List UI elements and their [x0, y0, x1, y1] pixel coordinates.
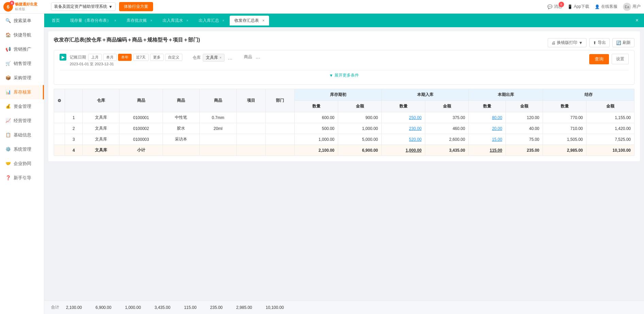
subtotal-label: 小计	[119, 145, 163, 156]
tab-stock-dist[interactable]: 现存量（库存分布表） ×	[65, 16, 121, 26]
row-warehouse: 文具库	[83, 112, 119, 123]
sidebar-item-purchase[interactable]: 📦 采购管理	[0, 71, 44, 85]
user-item[interactable]: Ea 用户	[623, 3, 641, 11]
try-industry-button[interactable]: 体验行业方案	[119, 2, 153, 11]
date-last-7-days[interactable]: 近7天	[133, 54, 149, 61]
row-opening-amount: 1,000.00	[338, 123, 382, 134]
row-department	[265, 123, 294, 134]
row-balance-qty: 770.00	[543, 112, 587, 123]
online-service-item[interactable]: 👤 在线客服	[595, 4, 617, 10]
page-card: 收发存汇总表(按仓库＋商品编码＋商品＋规格型号＋项目＋部门) 🖨 换镜版打印 ▼…	[48, 31, 640, 161]
table-row: 1 文具库 0100001 中性笔 0.7mm 600.00 900.00 25…	[54, 112, 634, 123]
system-selector[interactable]: 装备及固定资产辅助管理系统 ▼	[51, 2, 116, 11]
row-product-spec: 0.7mm	[199, 112, 236, 123]
dropdown-small-icon: ▼	[579, 40, 583, 45]
row-out-amount: 120.00	[506, 112, 543, 123]
date-this-year[interactable]: 本年	[118, 54, 132, 61]
main-layout: 🔍 搜索菜单 🏠 快捷导航 📢 营销推广 🛒 销售管理 📦 采购管理 📊 库存核…	[0, 14, 644, 314]
row-in-qty[interactable]: 230.00	[382, 123, 425, 134]
footer-in-qty: 1,000.00	[125, 305, 141, 310]
logo-area: 6 6 畅捷通好生意 标准版	[3, 2, 48, 12]
app-download-item[interactable]: 📱 App下载	[567, 4, 589, 10]
expand-more-bar[interactable]: ▼ 展开更多条件	[60, 70, 629, 80]
sidebar-item-quick[interactable]: 🏠 快捷导航	[0, 28, 44, 42]
date-filter-row: 记账日期 上月 本月 本年 近7天 更多 自定义	[70, 54, 182, 61]
subtotal-out-qty[interactable]: 115.00	[469, 145, 506, 156]
filter-actions: 查询 设置	[589, 54, 629, 64]
export-button[interactable]: ⬆ 导出	[589, 38, 610, 47]
tab-receive-summary[interactable]: 收发存汇总表 ×	[230, 16, 269, 26]
th-warehouse: 仓库	[83, 89, 119, 112]
date-this-month[interactable]: 本月	[103, 54, 117, 61]
sidebar-item-inventory[interactable]: 📊 库存核算	[0, 85, 44, 99]
sidebar-item-search[interactable]: 🔍 搜索菜单	[0, 14, 44, 28]
sidebar-item-finance[interactable]: 💰 资金管理	[0, 99, 44, 114]
filter-expand-icon[interactable]: ▶	[60, 54, 66, 61]
tab-bar-close[interactable]: ×	[633, 17, 641, 23]
row-project	[236, 134, 265, 145]
row-in-qty[interactable]: 250.00	[382, 112, 425, 123]
sidebar-item-system[interactable]: ⚙️ 系统管理	[0, 142, 44, 156]
row-balance-amount: 7,525.00	[587, 134, 634, 145]
product-dots[interactable]: ...	[254, 54, 261, 60]
row-department	[265, 134, 294, 145]
row-out-qty[interactable]: 15.00	[469, 134, 506, 145]
date-last-month[interactable]: 上月	[88, 54, 102, 61]
row-out-qty[interactable]: 20.00	[469, 123, 506, 134]
brand-text: 畅捷通好生意 标准版	[15, 2, 37, 12]
refresh-button[interactable]: 🔄 刷新	[612, 38, 634, 47]
message-item[interactable]: 💬 消息 6	[547, 4, 562, 10]
warehouse-tag-remove[interactable]: ×	[219, 56, 221, 60]
guide-icon: ❓	[5, 175, 11, 181]
sidebar: 🔍 搜索菜单 🏠 快捷导航 📢 营销推广 🛒 销售管理 📦 采购管理 📊 库存核…	[0, 14, 44, 314]
row-in-amount: 460.00	[425, 123, 469, 134]
search-icon: 🔍	[5, 18, 11, 23]
header-right: 💬 消息 6 📱 App下载 👤 在线客服 Ea 用户	[547, 3, 641, 11]
subtotal-empty2	[199, 145, 236, 156]
date-more[interactable]: 更多	[150, 54, 164, 61]
subtotal-in-qty[interactable]: 1,000.00	[382, 145, 425, 156]
row-settings	[54, 112, 65, 123]
row-settings	[54, 134, 65, 145]
row-project	[236, 123, 265, 134]
tab-batch[interactable]: 库存批次账 ×	[122, 16, 157, 26]
tab-close-in-out-flow[interactable]: ×	[186, 19, 188, 22]
date-filter: 记账日期 上月 本月 本年 近7天 更多 自定义 2023	[70, 54, 182, 67]
sidebar-item-marketing[interactable]: 📢 营销推广	[0, 42, 44, 56]
tab-home[interactable]: 首页	[47, 16, 65, 26]
sidebar-item-guide[interactable]: ❓ 新手引导	[0, 171, 44, 185]
row-out-qty[interactable]: 80.00	[469, 112, 506, 123]
row-opening-qty: 500.00	[295, 123, 338, 134]
tab-close-receive-summary[interactable]: ×	[262, 19, 264, 22]
th-balance-qty: 数量	[543, 101, 587, 112]
date-custom[interactable]: 自定义	[165, 54, 182, 61]
page-content: 收发存汇总表(按仓库＋商品编码＋商品＋规格型号＋项目＋部门) 🖨 换镜版打印 ▼…	[44, 27, 644, 300]
tab-close-stock-dist[interactable]: ×	[114, 19, 116, 22]
date-shortcuts: 上月 本月 本年 近7天 更多 自定义	[88, 54, 182, 61]
row-in-qty[interactable]: 520.00	[382, 134, 425, 145]
subtotal-warehouse: 文具库	[83, 145, 119, 156]
tab-close-in-out-summary[interactable]: ×	[222, 19, 225, 22]
th-in-amount: 金额	[425, 101, 469, 112]
tab-in-out-flow[interactable]: 出入库流水 ×	[158, 16, 193, 26]
data-table: ⚙ 仓库 商品 商品 商品 项目 部门 库存期初 本期入库 本期出库	[54, 89, 634, 156]
row-product-spec: 20ml	[199, 123, 236, 134]
query-button[interactable]: 查询	[589, 54, 609, 64]
sidebar-item-operations[interactable]: 📈 经营管理	[0, 114, 44, 128]
tab-close-batch[interactable]: ×	[150, 19, 152, 22]
sidebar-item-base[interactable]: 📋 基础信息	[0, 128, 44, 142]
th-out: 本期出库	[469, 89, 543, 101]
row-balance-amount: 1,420.00	[587, 123, 634, 134]
sidebar-item-collab[interactable]: 🤝 企业协同	[0, 156, 44, 171]
subtotal-balance-qty: 2,985.00	[543, 145, 587, 156]
th-in-qty: 数量	[382, 101, 425, 112]
th-out-amount: 金额	[506, 101, 543, 112]
tab-in-out-summary[interactable]: 出入库汇总 ×	[194, 16, 229, 26]
sidebar-item-sales[interactable]: 🛒 销售管理	[0, 56, 44, 71]
product-filter: 商品 ...	[244, 54, 261, 60]
phone-icon: 📱	[567, 4, 573, 9]
settings-button[interactable]: 设置	[612, 54, 629, 64]
row-opening-amount: 900.00	[338, 112, 382, 123]
warehouse-dots[interactable]: ...	[227, 55, 234, 61]
print-button[interactable]: 🖨 换镜版打印 ▼	[548, 38, 587, 47]
